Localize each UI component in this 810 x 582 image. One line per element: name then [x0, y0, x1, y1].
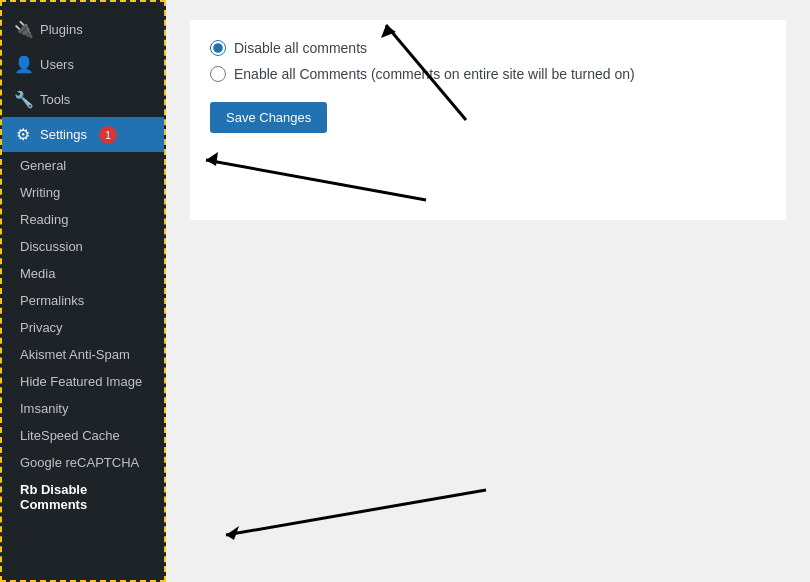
- sidebar-item-plugins[interactable]: 🔌 Plugins: [2, 12, 164, 47]
- main-content: Disable all comments Enable all Comments…: [166, 0, 810, 582]
- submenu-litespeed[interactable]: LiteSpeed Cache: [2, 422, 164, 449]
- submenu-label-recaptcha: Google reCAPTCHA: [20, 455, 139, 470]
- submenu-hide-featured[interactable]: Hide Featured Image: [2, 368, 164, 395]
- users-icon: 👤: [14, 55, 32, 74]
- comment-radio-group: Disable all comments Enable all Comments…: [210, 40, 766, 82]
- save-changes-button[interactable]: Save Changes: [210, 102, 327, 133]
- submenu-writing[interactable]: Writing: [2, 179, 164, 206]
- radio-enable-all-input[interactable]: [210, 66, 226, 82]
- submenu-label-privacy: Privacy: [20, 320, 63, 335]
- submenu-label-litespeed: LiteSpeed Cache: [20, 428, 120, 443]
- tools-icon: 🔧: [14, 90, 32, 109]
- plugins-icon: 🔌: [14, 20, 32, 39]
- settings-icon: ⚙: [14, 125, 32, 144]
- radio-enable-all-label: Enable all Comments (comments on entire …: [234, 66, 635, 82]
- svg-line-4: [226, 490, 486, 535]
- submenu-label-imsanity: Imsanity: [20, 401, 68, 416]
- content-box: Disable all comments Enable all Comments…: [190, 20, 786, 220]
- submenu-recaptcha[interactable]: Google reCAPTCHA: [2, 449, 164, 476]
- sidebar-label-tools: Tools: [40, 92, 70, 107]
- submenu-label-reading: Reading: [20, 212, 68, 227]
- submenu-label-rb-disable: Rb Disable Comments: [20, 482, 152, 512]
- submenu-permalinks[interactable]: Permalinks: [2, 287, 164, 314]
- svg-marker-5: [226, 526, 239, 540]
- submenu-label-discussion: Discussion: [20, 239, 83, 254]
- submenu-discussion[interactable]: Discussion: [2, 233, 164, 260]
- radio-disable-all-input[interactable]: [210, 40, 226, 56]
- radio-disable-all-label: Disable all comments: [234, 40, 367, 56]
- settings-badge: 1: [99, 126, 117, 144]
- submenu-akismet[interactable]: Akismet Anti-Spam: [2, 341, 164, 368]
- submenu-media[interactable]: Media: [2, 260, 164, 287]
- submenu-rb-disable[interactable]: Rb Disable Comments: [2, 476, 164, 518]
- sidebar-item-settings[interactable]: ⚙ Settings 1: [2, 117, 164, 152]
- submenu-general[interactable]: General: [2, 152, 164, 179]
- submenu-label-hide-featured: Hide Featured Image: [20, 374, 142, 389]
- submenu-label-writing: Writing: [20, 185, 60, 200]
- submenu-label-media: Media: [20, 266, 55, 281]
- submenu-reading[interactable]: Reading: [2, 206, 164, 233]
- submenu-label-general: General: [20, 158, 66, 173]
- radio-disable-all[interactable]: Disable all comments: [210, 40, 766, 56]
- radio-enable-all[interactable]: Enable all Comments (comments on entire …: [210, 66, 766, 82]
- submenu-label-permalinks: Permalinks: [20, 293, 84, 308]
- sidebar-label-settings: Settings: [40, 127, 87, 142]
- sidebar-item-users[interactable]: 👤 Users: [2, 47, 164, 82]
- sidebar-label-plugins: Plugins: [40, 22, 83, 37]
- sidebar-item-tools[interactable]: 🔧 Tools: [2, 82, 164, 117]
- submenu-label-akismet: Akismet Anti-Spam: [20, 347, 130, 362]
- sidebar-label-users: Users: [40, 57, 74, 72]
- sidebar: 🔌 Plugins 👤 Users 🔧 Tools ⚙ Settings 1 G…: [0, 0, 166, 582]
- submenu-imsanity[interactable]: Imsanity: [2, 395, 164, 422]
- submenu-privacy[interactable]: Privacy: [2, 314, 164, 341]
